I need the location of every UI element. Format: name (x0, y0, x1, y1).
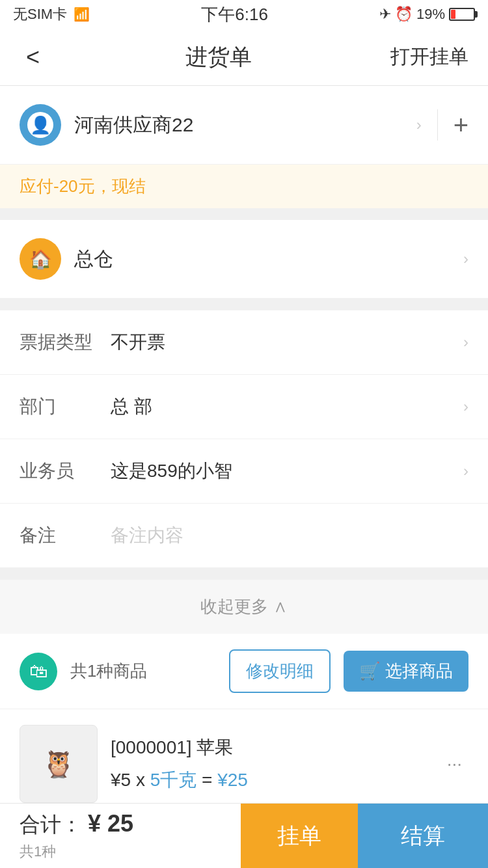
price-total: ¥25 (217, 770, 248, 790)
invoice-row[interactable]: 票据类型 不开票 › (0, 310, 488, 375)
total-count: 共1种 (20, 842, 221, 861)
warehouse-name: 总仓 (74, 246, 463, 273)
salesman-value: 这是859的小智 (111, 459, 463, 483)
select-product-button[interactable]: 🛒 选择商品 (344, 651, 468, 692)
hang-button[interactable]: 挂单 (241, 804, 358, 869)
warehouse-icon-wrap: 🏠 (20, 238, 61, 280)
supplier-notice: 应付-20元，现结 (0, 165, 488, 208)
person-icon: 👤 (30, 115, 51, 135)
invoice-label: 票据类型 (20, 330, 111, 355)
price-equals: = (202, 770, 217, 790)
carrier-text: 无SIM卡 (13, 5, 67, 24)
remark-value[interactable]: 备注内容 (111, 523, 468, 548)
chevron-right-icon: › (463, 462, 468, 480)
select-product-label: 选择商品 (385, 660, 453, 683)
status-time: 下午6:16 (201, 3, 268, 26)
product-thumbnail: 🦉 (20, 725, 98, 803)
collapse-toggle[interactable]: 收起更多 ∧ (0, 580, 488, 634)
price-qty: 5千克 (150, 770, 197, 790)
wifi-icon: 📶 (74, 7, 90, 22)
alarm-icon: ⏰ (395, 6, 413, 23)
price-multiply: x (136, 770, 150, 790)
total-value: ¥ 25 (88, 810, 133, 837)
supplier-avatar: 👤 (20, 104, 61, 146)
dept-label: 部门 (20, 394, 111, 419)
checkout-button[interactable]: 结算 (358, 804, 488, 869)
supplier-row[interactable]: 👤 河南供应商22 › + (0, 86, 488, 165)
collapse-label: 收起更多 ∧ (200, 595, 287, 618)
price-base: ¥5 (111, 770, 131, 790)
product-price: ¥5 x 5千克 = ¥25 (111, 768, 441, 793)
shopping-bag-icon: 🛍 (29, 660, 47, 682)
location-icon: ✈ (379, 6, 391, 23)
chevron-right-icon: › (463, 333, 468, 351)
product-more-button[interactable]: ··· (441, 747, 468, 781)
vertical-divider (437, 109, 438, 141)
total-section: 合计： ¥ 25 共1种 (0, 810, 241, 861)
product-count: 共1种商品 (70, 660, 216, 683)
chevron-right-icon: › (416, 116, 422, 134)
product-icon-wrap: 🛍 (20, 653, 57, 690)
owl-icon: 🦉 (42, 749, 75, 780)
edit-detail-button[interactable]: 修改明细 (229, 649, 331, 693)
warehouse-icon: 🏠 (29, 249, 52, 270)
nav-bar: < 进货单 打开挂单 (0, 29, 488, 86)
chevron-right-icon: › (463, 398, 468, 416)
invoice-value: 不开票 (111, 330, 463, 355)
product-info: [0000001] 苹果 ¥5 x 5千克 = ¥25 (111, 735, 441, 793)
battery-icon (449, 8, 475, 21)
product-code: [0000001] (111, 737, 192, 757)
remark-label: 备注 (20, 523, 111, 548)
total-label: 合计： (20, 813, 82, 836)
salesman-label: 业务员 (20, 459, 111, 483)
status-left: 无SIM卡 📶 (13, 5, 90, 24)
product-item: 🦉 [0000001] 苹果 ¥5 x 5千克 = ¥25 ··· (0, 709, 488, 819)
open-hang-button[interactable]: 打开挂单 (390, 44, 468, 70)
product-section: 🛍 共1种商品 修改明细 🛒 选择商品 🦉 [0000001] 苹果 ¥5 x (0, 634, 488, 819)
salesman-row[interactable]: 业务员 这是859的小智 › (0, 439, 488, 504)
status-right: ✈ ⏰ 19% (379, 6, 475, 23)
battery-percent: 19% (416, 6, 445, 23)
bottom-bar: 合计： ¥ 25 共1种 挂单 结算 (0, 803, 488, 868)
chevron-right-icon: › (463, 250, 468, 268)
dept-row[interactable]: 部门 总 部 › (0, 375, 488, 439)
cart-icon: 🛒 (359, 661, 380, 681)
product-name: [0000001] 苹果 (111, 735, 441, 760)
add-supplier-button[interactable]: + (454, 111, 468, 140)
warehouse-row[interactable]: 🏠 总仓 › (0, 220, 488, 299)
supplier-section: 👤 河南供应商22 › + 应付-20元，现结 (0, 86, 488, 208)
form-section: 票据类型 不开票 › 部门 总 部 › 业务员 这是859的小智 › 备注 备注… (0, 310, 488, 568)
supplier-name: 河南供应商22 (74, 112, 416, 139)
remark-row[interactable]: 备注 备注内容 (0, 504, 488, 568)
product-header: 🛍 共1种商品 修改明细 🛒 选择商品 (0, 634, 488, 709)
status-bar: 无SIM卡 📶 下午6:16 ✈ ⏰ 19% (0, 0, 488, 29)
total-amount: 合计： ¥ 25 (20, 810, 221, 839)
page-title: 进货单 (185, 42, 252, 72)
product-title: 苹果 (197, 737, 233, 757)
back-button[interactable]: < (20, 37, 46, 77)
warehouse-section: 🏠 总仓 › (0, 220, 488, 299)
dept-value: 总 部 (111, 394, 463, 419)
main-content: 👤 河南供应商22 › + 应付-20元，现结 🏠 总仓 › 票据类型 不开票 … (0, 86, 488, 819)
